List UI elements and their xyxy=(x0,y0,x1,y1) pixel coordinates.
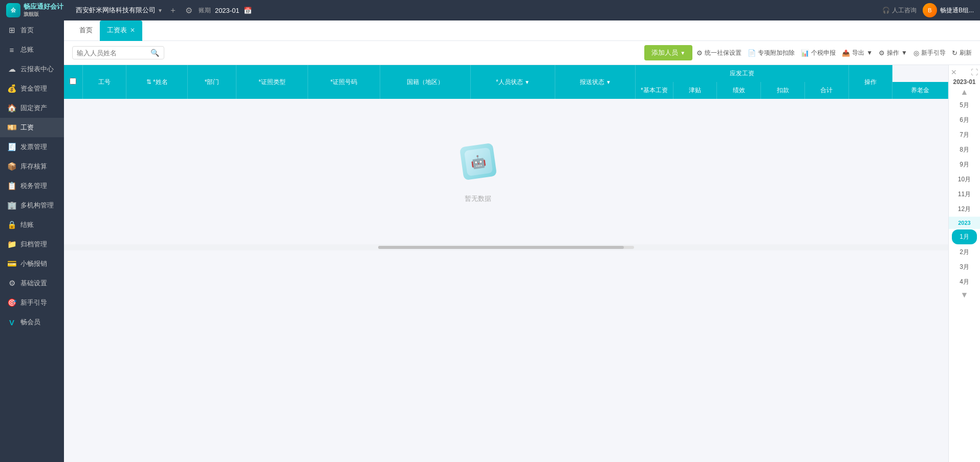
add-company-button[interactable]: ＋ xyxy=(167,4,179,17)
tab-close-icon[interactable]: ✕ xyxy=(130,27,135,34)
sidebar-item-salary[interactable]: 💴 工资 xyxy=(0,118,64,137)
col-name: ⇅ *姓名 xyxy=(126,65,188,99)
operations-chevron-icon: ▼ xyxy=(901,49,907,56)
content-with-panel: 工号 ⇅ *姓名 *部门 *证照类型 *证照号码 国籍（地区） *人员状态 ▼ xyxy=(64,65,980,462)
scroll-thumb xyxy=(378,246,624,249)
empty-state-cell: 🤖 暂无数据 xyxy=(64,99,892,244)
sidebar-item-tax[interactable]: 📋 税务管理 xyxy=(0,176,64,196)
panel-close-button[interactable]: ✕ xyxy=(951,68,957,76)
table-wrap: 工号 ⇅ *姓名 *部门 *证照类型 *证照号码 国籍（地区） *人员状态 ▼ xyxy=(64,65,948,462)
month-nav-down[interactable]: ▼ xyxy=(961,289,969,301)
sidebar-item-settings[interactable]: ⚙ 基础设置 xyxy=(0,274,64,293)
month-item-5[interactable]: 5月 xyxy=(949,98,980,113)
month-item-12[interactable]: 12月 xyxy=(949,202,980,217)
archive-icon: 📁 xyxy=(7,240,16,249)
refresh-icon: ↻ xyxy=(952,49,957,57)
status-filter-icon[interactable]: ▼ xyxy=(525,79,530,85)
month-item-9[interactable]: 9月 xyxy=(949,157,980,172)
month-item-3[interactable]: 3月 xyxy=(949,260,980,275)
month-nav-up[interactable]: ▲ xyxy=(961,87,969,98)
main-layout: ⊞ 首页 ≡ 总账 ☁ 云报表中心 💰 资金管理 🏠 固定资产 💴 工资 🧾 发… xyxy=(0,20,980,462)
period-value[interactable]: 2023-01 xyxy=(215,7,239,14)
home-icon: ⊞ xyxy=(7,26,16,35)
special-deduction-icon: 📄 xyxy=(748,49,756,57)
guide-icon: 🎯 xyxy=(7,298,16,307)
app-name: 畅应通好会计 xyxy=(24,3,63,11)
sidebar-item-label: 基础设置 xyxy=(20,279,47,288)
month-item-1-active[interactable]: 1月 xyxy=(952,229,977,244)
sidebar-item-guide[interactable]: 🎯 新手引导 xyxy=(0,293,64,312)
refresh-button[interactable]: ↻ 刷新 xyxy=(952,49,972,57)
top-bar: 会 畅应通好会计 旗舰版 西安虾米网络科技有限公司 ▼ ＋ ⚙ 账期 2023-… xyxy=(0,0,980,20)
headset-icon: 🎧 xyxy=(882,7,890,14)
sidebar-item-label: 小畅报销 xyxy=(20,259,47,268)
sidebar-item-invoice[interactable]: 🧾 发票管理 xyxy=(0,137,64,157)
calendar-icon[interactable]: 📅 xyxy=(244,7,252,14)
social-settings-label: 统一社保设置 xyxy=(705,49,742,57)
sidebar-item-expense[interactable]: 💳 小畅报销 xyxy=(0,254,64,274)
sidebar-item-inventory[interactable]: 📦 库存核算 xyxy=(0,157,64,176)
scroll-bar[interactable] xyxy=(64,244,948,250)
special-deduction-button[interactable]: 📄 专项附加扣除 xyxy=(748,49,795,57)
sidebar-item-label: 首页 xyxy=(20,26,34,35)
social-settings-button[interactable]: ⚙ 统一社保设置 xyxy=(696,49,742,57)
company-settings-icon[interactable]: ⚙ xyxy=(183,5,194,16)
toolbar-actions: ⚙ 统一社保设置 📄 专项附加扣除 📊 个税申报 📤 导出 ▼ ⚙ xyxy=(696,49,972,57)
sidebar-item-archive[interactable]: 📁 归档管理 xyxy=(0,235,64,254)
fixed-assets-icon: 🏠 xyxy=(7,103,16,113)
sidebar-item-fund[interactable]: 💰 资金管理 xyxy=(0,79,64,98)
logo-icon: 会 xyxy=(6,3,20,17)
sidebar-item-label: 畅会员 xyxy=(20,318,40,327)
new-guide-button[interactable]: ◎ 新手引导 xyxy=(913,49,946,57)
tab-salary-label: 工资表 xyxy=(107,26,127,35)
sidebar-item-ledger[interactable]: ≡ 总账 xyxy=(0,40,64,59)
col-total: 合计 xyxy=(804,82,848,99)
month-item-4[interactable]: 4月 xyxy=(949,275,980,289)
search-box: 🔍 xyxy=(72,46,164,59)
special-deduction-label: 专项附加扣除 xyxy=(758,49,795,57)
sidebar-item-home[interactable]: ⊞ 首页 xyxy=(0,20,64,40)
month-item-11[interactable]: 11月 xyxy=(949,187,980,202)
sidebar-item-member[interactable]: V 畅会员 xyxy=(0,312,64,332)
month-item-2[interactable]: 2月 xyxy=(949,245,980,260)
sidebar-item-close-period[interactable]: 🔒 结账 xyxy=(0,215,64,235)
support-label: 人工咨询 xyxy=(892,6,917,15)
company-chevron-icon: ▼ xyxy=(158,8,163,13)
col-deduction: 扣款 xyxy=(761,82,805,99)
user-info[interactable]: B 畅捷通B组... xyxy=(923,3,974,17)
month-item-8[interactable]: 8月 xyxy=(949,142,980,157)
operations-button[interactable]: ⚙ 操作 ▼ xyxy=(879,49,907,57)
sidebar-item-label: 税务管理 xyxy=(20,181,47,191)
period-label: 账期 xyxy=(199,6,211,15)
tab-salary-table[interactable]: 工资表 ✕ xyxy=(100,20,142,41)
select-all-checkbox[interactable] xyxy=(70,78,76,85)
support-button[interactable]: 🎧 人工咨询 xyxy=(882,6,917,15)
col-allowance: 津贴 xyxy=(673,82,717,99)
export-button[interactable]: 📤 导出 ▼ xyxy=(842,49,873,57)
panel-expand-button[interactable]: ⛶ xyxy=(971,68,978,76)
report-status-filter-icon[interactable]: ▼ xyxy=(606,79,611,85)
month-item-10[interactable]: 10月 xyxy=(949,172,980,187)
sidebar: ⊞ 首页 ≡ 总账 ☁ 云报表中心 💰 资金管理 🏠 固定资产 💴 工资 🧾 发… xyxy=(0,20,64,462)
invoice-icon: 🧾 xyxy=(7,142,16,152)
sidebar-item-multi-org[interactable]: 🏢 多机构管理 xyxy=(0,196,64,215)
sidebar-item-label: 结账 xyxy=(20,220,34,229)
sidebar-item-fixed-assets[interactable]: 🏠 固定资产 xyxy=(0,98,64,118)
toolbar: 🔍 添加人员 ▼ ⚙ 统一社保设置 📄 专项附加扣除 📊 个税申报 xyxy=(64,41,980,65)
company-selector[interactable]: 西安虾米网络科技有限公司 ▼ xyxy=(76,6,163,15)
col-salary-group: 应发工资 xyxy=(636,65,849,82)
sidebar-item-label: 云报表中心 xyxy=(20,65,54,74)
search-input[interactable] xyxy=(77,49,148,57)
personal-tax-label: 个税申报 xyxy=(811,49,836,57)
sidebar-item-label: 发票管理 xyxy=(20,142,47,152)
ledger-icon: ≡ xyxy=(7,46,16,54)
personal-tax-button[interactable]: 📊 个税申报 xyxy=(801,49,836,57)
tab-home[interactable]: 首页 xyxy=(72,20,100,41)
col-base-salary: *基本工资 xyxy=(636,82,673,99)
year-2023-label: 2023 xyxy=(949,217,980,229)
add-person-button[interactable]: 添加人员 ▼ xyxy=(644,45,692,60)
sidebar-item-cloud-report[interactable]: ☁ 云报表中心 xyxy=(0,59,64,79)
sidebar-item-label: 工资 xyxy=(20,123,34,132)
month-item-7[interactable]: 7月 xyxy=(949,128,980,142)
month-item-6[interactable]: 6月 xyxy=(949,113,980,128)
